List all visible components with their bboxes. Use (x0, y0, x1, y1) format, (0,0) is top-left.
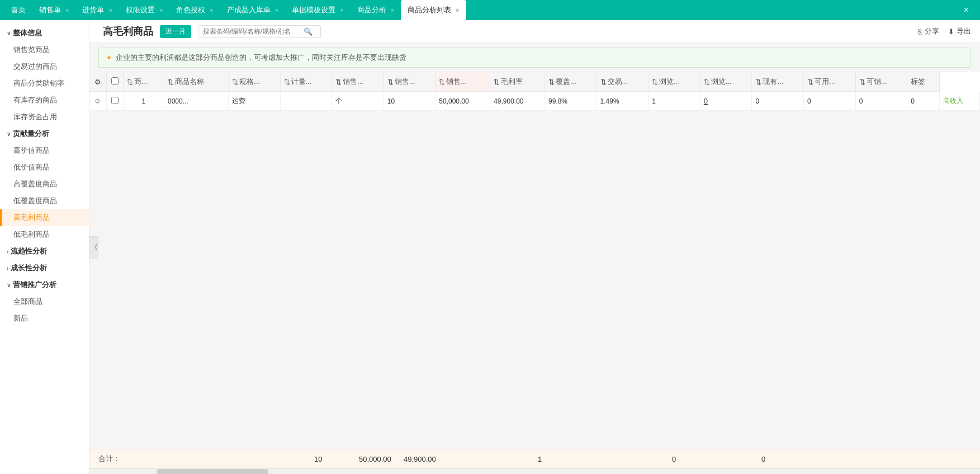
row-sales-amount: 50,000.00 (435, 92, 490, 111)
col-header-settings[interactable]: ⚙ (89, 72, 106, 92)
col-header-stock-available[interactable]: ⇅ 可用... (804, 72, 856, 92)
share-button[interactable]: ⎘ 分享 (918, 26, 939, 36)
col-header-unit[interactable]: ⇅ 计量... (280, 72, 332, 92)
footer-sales-cost: 49,900.00 (400, 455, 445, 463)
row-gross-margin: 99.8% (545, 92, 596, 111)
footer-coverage-empty (490, 455, 534, 463)
nav-role-auth[interactable]: 角色授权 × (169, 0, 220, 20)
col-header-browse2[interactable]: ⇅ 浏览... (700, 72, 752, 92)
nav-sales-order[interactable]: 销售单 × (32, 0, 75, 20)
sidebar-item-stock-capital[interactable]: 库存资金占用 (0, 109, 89, 125)
nav-finished-goods[interactable]: 产成品入库单 × (220, 0, 285, 20)
select-all-checkbox[interactable] (111, 77, 119, 85)
nav-close-analysis[interactable]: × (391, 7, 394, 13)
nav-close-analysis-list[interactable]: × (456, 7, 459, 13)
nav-permission-settings[interactable]: 权限设置 × (119, 0, 169, 20)
sidebar-item-sales-overview[interactable]: 销售览商品 (0, 41, 89, 58)
footer-sales-qty: 10 (311, 455, 356, 463)
footer-stock-sellable: 0 (758, 455, 803, 463)
col-header-spec[interactable]: ⇅ 规格... (228, 72, 280, 92)
sidebar-item-new-goods[interactable]: 新品 (0, 310, 89, 327)
content-area: 《 高毛利商品 近一月 🔍 ⎘ 分享 ⬇ 导出 ✦ (89, 20, 980, 474)
col-header-name[interactable]: ⇅ 商品名称 (164, 72, 228, 92)
nav-close-permission[interactable]: × (159, 7, 163, 13)
sidebar-item-stock-goods[interactable]: 有库存的商品 (0, 92, 89, 109)
footer-stock-available-empty (713, 455, 758, 463)
table-footer: 合计： 10 50,000.00 49,900.00 1 0 0 (89, 449, 980, 468)
col-header-coverage[interactable]: ⇅ 覆盖... (545, 72, 596, 92)
nav-window-close[interactable]: × (957, 5, 976, 15)
nav-product-analysis-list[interactable]: 商品分析列表 × (401, 0, 466, 20)
row-spec (280, 92, 332, 111)
footer-trade: 1 (534, 455, 579, 463)
sidebar-item-high-coverage[interactable]: 高覆盖度商品 (0, 176, 89, 193)
col-sort-icon-sales-cost: ⇅ (439, 78, 445, 86)
sidebar: ∨ 整体信息 销售览商品 交易过的商品 商品分类助销率 有库存的商品 库存资金占… (0, 20, 89, 474)
col-header-stock-current[interactable]: ⇅ 现有... (752, 72, 804, 92)
footer-label: 合计： (98, 454, 143, 464)
col-sort-icon-sales-amount: ⇅ (387, 78, 394, 86)
sidebar-group-trend[interactable]: › 流趋性分析 (0, 243, 89, 260)
col-sort-icon-trade: ⇅ (600, 78, 607, 86)
search-input[interactable] (203, 27, 304, 35)
row-name: 运费 (228, 92, 280, 111)
footer-browse1-empty (579, 455, 624, 463)
nav-home[interactable]: 首页 (4, 0, 32, 20)
nav-purchase-order[interactable]: 进货单 × (75, 0, 119, 20)
row-checkbox[interactable] (106, 92, 123, 111)
sidebar-item-low-coverage[interactable]: 低覆盖度商品 (0, 193, 89, 209)
sidebar-item-high-gross-margin[interactable]: 高毛利商品 (0, 209, 89, 226)
col-sort-icon-browse1: ⇅ (652, 78, 658, 86)
sidebar-item-low-gross-margin[interactable]: 低毛利商品 (0, 226, 89, 243)
row-browse1[interactable]: 0 (700, 92, 752, 111)
sidebar-item-category-assist[interactable]: 商品分类助销率 (0, 75, 89, 92)
col-header-trade[interactable]: ⇅ 交易... (596, 72, 648, 92)
nav-close-sales-order[interactable]: × (65, 7, 69, 13)
search-icon[interactable]: 🔍 (304, 27, 313, 36)
row-coverage: 1.49% (596, 92, 648, 111)
col-header-browse1[interactable]: ⇅ 浏览... (648, 72, 700, 92)
col-header-tag: 标签 (907, 72, 939, 92)
sidebar-item-high-value[interactable]: 高价值商品 (0, 142, 89, 159)
footer-browse2-empty (624, 455, 669, 463)
sidebar-group-growth[interactable]: › 成长性分析 (0, 260, 89, 276)
col-header-stock-sellable[interactable]: ⇅ 可销... (855, 72, 907, 92)
sidebar-collapse-button[interactable]: 《 (89, 236, 98, 259)
search-box: 🔍 (198, 25, 321, 38)
col-header-sales-qty[interactable]: ⇅ 销售... (332, 72, 384, 92)
nav-template-settings[interactable]: 单据模板设置 × (285, 0, 350, 20)
data-table: ⚙ ⇅ 商... ⇅ (89, 72, 980, 111)
col-header-checkbox[interactable] (106, 72, 123, 92)
row-code: 0000... (164, 92, 228, 111)
footer-gross-margin-empty (445, 455, 490, 463)
col-header-gross-margin[interactable]: ⇅ 毛利率 (490, 72, 545, 92)
row-trade: 1 (648, 92, 700, 111)
col-header-sales-cost[interactable]: ⇅ 销售... (435, 72, 490, 92)
nav-product-analysis[interactable]: 商品分析 × (351, 0, 401, 20)
col-header-sales-amount[interactable]: ⇅ 销售... (384, 72, 435, 92)
sidebar-item-low-value[interactable]: 低价值商品 (0, 159, 89, 176)
top-nav: 首页 销售单 × 进货单 × 权限设置 × 角色授权 × 产成品入库单 × 单据… (0, 0, 980, 20)
row-stock-available: 0 (855, 92, 907, 111)
row-settings-btn[interactable]: ⚙ (89, 92, 106, 111)
footer-empty (143, 455, 311, 463)
export-button[interactable]: ⬇ 导出 (948, 26, 971, 36)
nav-close-template[interactable]: × (340, 7, 343, 13)
sidebar-item-all-goods[interactable]: 全部商品 (0, 293, 89, 310)
row-num: 1 (123, 92, 164, 111)
sidebar-group-marketing[interactable]: ∨ 营销推广分析 (0, 276, 89, 293)
sidebar-group-contribution[interactable]: ∨ 贡献量分析 (0, 125, 89, 142)
horizontal-scrollbar[interactable] (89, 468, 980, 474)
col-header-code[interactable]: ⇅ 商... (123, 72, 164, 92)
sidebar-item-traded-goods[interactable]: 交易过的商品 (0, 58, 89, 75)
nav-close-role[interactable]: × (210, 7, 213, 13)
scrollbar-thumb[interactable] (157, 469, 268, 474)
date-filter-button[interactable]: 近一月 (160, 25, 191, 38)
row-sales-cost: 49,900.00 (490, 92, 545, 111)
arrow-contribution: ∨ (7, 131, 11, 137)
nav-close-purchase[interactable]: × (108, 7, 112, 13)
nav-close-finished[interactable]: × (275, 7, 278, 13)
row-tag: 高收入 (939, 92, 979, 111)
sidebar-group-overall[interactable]: ∨ 整体信息 (0, 25, 89, 41)
col-sort-icon-unit: ⇅ (284, 78, 290, 86)
